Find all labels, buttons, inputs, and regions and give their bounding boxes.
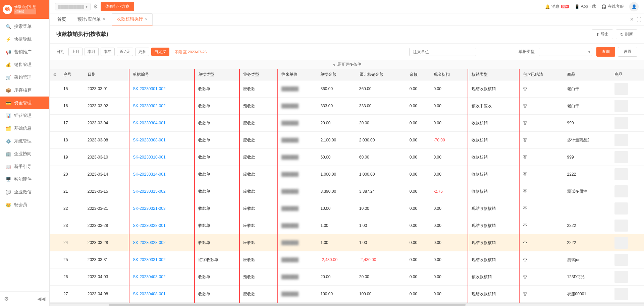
- sidebar-item-finance[interactable]: 资金管理: [0, 97, 49, 109]
- cell-date-0: 2023-03-01: [84, 80, 129, 98]
- collapse-icon[interactable]: ◀◀: [37, 296, 45, 302]
- cell-biz-type-10: 应收款: [239, 251, 278, 268]
- cell-settings-7[interactable]: [50, 200, 60, 217]
- custom-date-btn[interactable]: 自定义: [151, 48, 169, 56]
- sidebar-item-search-label: 搜索菜单: [14, 23, 32, 29]
- last-7-days-btn[interactable]: 近7天: [117, 48, 133, 56]
- cell-settings-5[interactable]: [50, 166, 60, 183]
- refresh-btn[interactable]: ↻ 刷新: [616, 29, 637, 39]
- sidebar-menu: 搜索菜单 快捷导航 营销推广 销售管理 采购管理 库存核算 资金管理 经营管理: [0, 19, 49, 291]
- bill-no-link-0[interactable]: SK-20230301-002: [133, 86, 165, 91]
- sidebar-item-operation[interactable]: 经营管理: [0, 109, 49, 122]
- cell-goods-3: 多计量商品2: [564, 132, 611, 149]
- app-download-btn[interactable]: 📱 App下载: [575, 4, 596, 9]
- trial-industry-btn[interactable]: 体验行业方案: [101, 2, 134, 11]
- sidebar-item-sales[interactable]: 销售管理: [0, 58, 49, 71]
- cell-biz-type-6: 应收款: [239, 183, 278, 200]
- sidebar-item-search[interactable]: 搜索菜单: [0, 20, 49, 33]
- bill-no-link-10[interactable]: SK-20230331-002: [133, 257, 165, 262]
- cell-no-8: 23: [60, 217, 84, 234]
- user-avatar[interactable]: 👤: [629, 2, 639, 11]
- cell-bill-no-8: SK-20230328-001: [129, 217, 195, 234]
- sidebar-logo-icon: 畅: [3, 5, 12, 14]
- bill-no-link-3[interactable]: SK-20230308-001: [133, 138, 165, 142]
- cell-write-off-type-12: 现结收款核销: [468, 286, 519, 303]
- settings-gear-icon[interactable]: ⚙: [93, 3, 98, 10]
- cell-settings-11[interactable]: [50, 268, 60, 286]
- cell-goods2-3: [611, 132, 644, 149]
- bill-no-link-11[interactable]: SK-20230403-002: [133, 274, 165, 279]
- tab-collection-close[interactable]: ✕: [145, 17, 148, 21]
- sidebar-item-corp[interactable]: 企业协同: [0, 147, 49, 160]
- bill-no-link-8[interactable]: SK-20230328-001: [133, 223, 165, 228]
- cell-balance-7: 0.00: [406, 200, 430, 217]
- col-settings-header[interactable]: ⚙: [50, 69, 60, 80]
- sidebar-item-basic[interactable]: 基础信息: [0, 122, 49, 135]
- settings-icon[interactable]: ⚙: [4, 296, 9, 302]
- bill-no-link-4[interactable]: SK-20230310-001: [133, 155, 165, 160]
- col-include-settled-header: 包含已结清: [519, 69, 564, 80]
- cell-settings-9[interactable]: [50, 234, 60, 251]
- sidebar-item-system[interactable]: 系统管理: [0, 135, 49, 147]
- cell-include-settled-6: 否: [519, 183, 564, 200]
- sidebar-item-inventory[interactable]: 库存核算: [0, 84, 49, 97]
- sidebar-item-purchase[interactable]: 采购管理: [0, 71, 49, 84]
- tab-prepay[interactable]: 预计/应付单 ✕: [72, 13, 110, 25]
- tab-collection[interactable]: 收款核销执行 ✕: [112, 13, 153, 25]
- corp-icon: [5, 151, 11, 157]
- last-month-btn[interactable]: 上月: [68, 48, 83, 56]
- cell-settings-12[interactable]: [50, 286, 60, 303]
- filter-setting-btn[interactable]: 设置: [618, 47, 637, 57]
- cell-settings-4[interactable]: [50, 149, 60, 166]
- bill-no-link-1[interactable]: SK-20230302-002: [133, 104, 165, 108]
- sidebar-item-hardware[interactable]: 智能硬件: [0, 173, 49, 186]
- expand-more-btn[interactable]: ∨ 展开更多条件: [333, 62, 361, 67]
- cell-settings-10[interactable]: [50, 251, 60, 268]
- sidebar-item-wechat[interactable]: 企业微信: [0, 186, 49, 198]
- bill-no-link-2[interactable]: SK-20230304-001: [133, 121, 165, 125]
- sidebar-item-guide[interactable]: 快捷导航: [0, 33, 49, 46]
- cell-written-off-11: 20.00: [356, 268, 406, 286]
- bill-no-link-12[interactable]: SK-20230408-001: [133, 292, 165, 296]
- cell-written-off-1: 333.00: [356, 98, 406, 115]
- tab-prepay-close[interactable]: ✕: [103, 17, 105, 21]
- table-area[interactable]: ⚙ 序号 日期 单据编号 单据类型 业务类型 往来单位 单据金额 累计核销金额 …: [50, 69, 644, 303]
- cell-settings-3[interactable]: [50, 132, 60, 149]
- cell-include-settled-0: 否: [519, 80, 564, 98]
- cell-settings-2[interactable]: [50, 115, 60, 132]
- bill-no-link-6[interactable]: SK-20230315-002: [133, 189, 165, 194]
- col-balance-header: 余额: [406, 69, 430, 80]
- this-year-btn[interactable]: 本年: [101, 48, 115, 56]
- expand-tab-icon[interactable]: ⛶: [637, 17, 641, 22]
- query-btn[interactable]: 查询: [596, 47, 615, 57]
- cell-goods-2: 999: [564, 115, 611, 132]
- sidebar-item-marketing[interactable]: 营销推广: [0, 46, 49, 58]
- online-support-btn[interactable]: 🎧 在线客服: [601, 4, 624, 9]
- cell-settings-0[interactable]: [50, 80, 60, 98]
- this-month-btn[interactable]: 本月: [85, 48, 99, 56]
- more-date-btn[interactable]: 更多: [135, 48, 149, 56]
- sidebar-item-guide2[interactable]: 新手引导: [0, 160, 49, 173]
- cell-settings-1[interactable]: [50, 98, 60, 115]
- sidebar-item-member[interactable]: 畅会员: [0, 198, 49, 211]
- table-scrollbar-thumb[interactable]: [109, 304, 466, 306]
- messages-btn[interactable]: 🔔 消息 99+: [545, 4, 569, 9]
- cell-amount-1: 333.00: [317, 98, 356, 115]
- tab-home[interactable]: 首页: [52, 13, 71, 25]
- bill-no-link-9[interactable]: SK-20230328-002: [133, 240, 165, 245]
- close-tab-icon[interactable]: ✕: [630, 17, 634, 22]
- partner-input[interactable]: [409, 48, 476, 56]
- expand-bar: ∨ 展开更多条件: [50, 60, 644, 69]
- company-dropdown[interactable]: ██████████ ▾: [55, 3, 91, 10]
- bill-type-select[interactable]: [539, 48, 592, 56]
- export-btn[interactable]: ⬆ 导出: [592, 29, 613, 39]
- bill-no-link-7[interactable]: SK-20230321-003: [133, 206, 165, 211]
- cell-written-off-9: 1.00: [356, 234, 406, 251]
- table-scrollbar[interactable]: [50, 303, 644, 306]
- cell-settings-6[interactable]: [50, 183, 60, 200]
- cell-bill-type-11: 收款单: [195, 268, 239, 286]
- cell-date-3: 2023-03-08: [84, 132, 129, 149]
- export-icon: ⬆: [596, 32, 599, 37]
- cell-settings-8[interactable]: [50, 217, 60, 234]
- bill-no-link-5[interactable]: SK-20230314-001: [133, 172, 165, 177]
